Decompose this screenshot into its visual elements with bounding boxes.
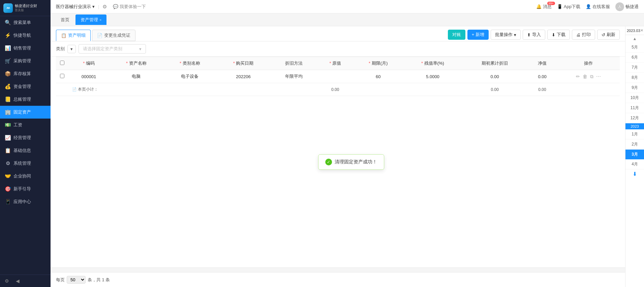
timeline-month-1月[interactable]: 1月 bbox=[625, 129, 644, 139]
header-category: 类别名称 bbox=[163, 57, 217, 70]
notifications-button[interactable]: 🔔 消息 99+ bbox=[536, 4, 552, 10]
timeline-month-5月[interactable]: 5月 bbox=[625, 42, 644, 53]
sidebar-item-finance[interactable]: 💰资金管理 bbox=[0, 80, 51, 93]
timeline-month-9月[interactable]: 9月 bbox=[625, 83, 644, 93]
download-icon: ⬇ bbox=[552, 32, 555, 37]
header-code: 编码 bbox=[68, 57, 110, 70]
per-page-select[interactable]: 50 10 20 100 bbox=[67, 276, 86, 284]
sidebar-item-quick-nav[interactable]: ⚡快捷导航 bbox=[0, 29, 51, 42]
timeline-close-icon[interactable]: ✕ bbox=[640, 28, 643, 33]
timeline-month-7月[interactable]: 7月 bbox=[625, 63, 644, 73]
timeline-scroll[interactable]: ▲ 5月6月7月8月9月10月11月12月20231月2月3月4月 ⬇ bbox=[625, 35, 644, 287]
sidebar-item-app-center[interactable]: 📱应用中心 bbox=[0, 195, 51, 208]
sidebar-item-management[interactable]: 📈经营管理 bbox=[0, 131, 51, 144]
logo-text: 畅捷通好业财 bbox=[15, 3, 37, 8]
header-accumulated-depreciation: 期初累计折旧 bbox=[462, 57, 528, 70]
category-filter-select[interactable]: ▾ bbox=[67, 45, 76, 53]
table-wrapper[interactable]: 编码 资产名称 类别名称 购买日期 折旧方法 原值 期限(月) 残值率(%) 期… bbox=[51, 57, 625, 267]
row-residual-rate: 5.0000 bbox=[403, 70, 462, 83]
horizontal-scrollbar[interactable] bbox=[51, 267, 625, 272]
sidebar-item-purchase[interactable]: 🛒采购管理 bbox=[0, 55, 51, 67]
timeline-month-8月[interactable]: 8月 bbox=[625, 73, 644, 83]
add-button[interactable]: + 新增 bbox=[467, 30, 489, 40]
timeline-months: 5月6月7月8月9月10月11月12月20231月2月3月4月 bbox=[625, 42, 644, 169]
sidebar-item-basic-info[interactable]: 📋基础信息 bbox=[0, 144, 51, 157]
topbar-settings-icon[interactable]: ⚙ bbox=[102, 4, 107, 10]
topbar: 医疗器械行业演示 ▾ | ⚙ 💬 我要体验一下 🔔 消息 99+ 📱 App下载… bbox=[51, 0, 644, 13]
sidebar-item-sales[interactable]: 📊销售管理 bbox=[0, 42, 51, 55]
tab-home[interactable]: 首页 bbox=[56, 15, 74, 25]
timeline-header: 2023.03 ✕ ⤢ bbox=[625, 26, 644, 35]
subtab-asset-detail[interactable]: 📋 资产明细 bbox=[56, 30, 91, 41]
content-panel: 📋 资产明细 📄 变更生成凭证 对账 + 新增 批量操作 ▾ ⬆ bbox=[51, 26, 625, 287]
reconcile-button[interactable]: 对账 bbox=[448, 30, 465, 40]
timeline-month-2月[interactable]: 2月 bbox=[625, 139, 644, 150]
timeline-month-10月[interactable]: 10月 bbox=[625, 93, 644, 103]
category-filter-input[interactable]: 请选择固定资产类别 ▾ bbox=[79, 44, 146, 54]
timeline-month-4月[interactable]: 4月 bbox=[625, 159, 644, 169]
sidebar-item-cooperation[interactable]: 🤝企业协同 bbox=[0, 170, 51, 183]
nav-down-icon[interactable]: ⬇ bbox=[633, 171, 637, 177]
online-service-button[interactable]: 👤 在线客服 bbox=[586, 4, 610, 10]
sidebar-item-payroll[interactable]: 💵工资 bbox=[0, 119, 51, 131]
company-name: 医疗器械行业演示 bbox=[56, 4, 91, 10]
company-selector[interactable]: 医疗器械行业演示 ▾ bbox=[56, 4, 95, 10]
header-depreciation-method: 折旧方法 bbox=[270, 57, 317, 70]
app-download-button[interactable]: 📱 App下载 bbox=[557, 4, 580, 10]
pagination: 每页 50 10 20 100 条，共 1 条 bbox=[51, 272, 625, 287]
sidebar-label-purchase: 采购管理 bbox=[13, 58, 31, 64]
refresh-button[interactable]: ↺ 刷新 bbox=[597, 30, 620, 40]
sidebar-item-search[interactable]: 🔍搜索菜单 bbox=[0, 16, 51, 29]
more-icon[interactable]: ⋯ bbox=[596, 74, 601, 79]
print-button[interactable]: 🖨 打印 bbox=[572, 30, 595, 40]
download-button[interactable]: ⬇ 下载 bbox=[547, 30, 570, 40]
sidebar-nav: 🔍搜索菜单⚡快捷导航📊销售管理🛒采购管理📦库存核算💰资金管理📒总账管理🏢固定资产… bbox=[0, 16, 51, 275]
subtab-voucher[interactable]: 📄 变更生成凭证 bbox=[92, 30, 135, 41]
service-icon: 👤 bbox=[586, 4, 591, 9]
select-all-checkbox[interactable] bbox=[60, 61, 64, 65]
timeline-month-3月[interactable]: 3月 bbox=[625, 150, 644, 159]
timeline-month-11月[interactable]: 11月 bbox=[625, 103, 644, 113]
success-toast: ✓ 清理固定资产成功！ bbox=[318, 154, 384, 170]
tab-close-icon[interactable]: × bbox=[99, 18, 101, 22]
import-button[interactable]: ⬆ 导入 bbox=[523, 30, 545, 40]
delete-icon[interactable]: 🗑 bbox=[583, 74, 587, 79]
settings-icon[interactable]: ⚙ bbox=[5, 278, 9, 284]
finance-icon: 💰 bbox=[5, 84, 11, 90]
sidebar-item-system[interactable]: ⚙系统管理 bbox=[0, 157, 51, 170]
row-period: 60 bbox=[353, 70, 403, 83]
sidebar-item-ledger[interactable]: 📒总账管理 bbox=[0, 93, 51, 106]
experience-button[interactable]: 💬 我要体验一下 bbox=[113, 4, 146, 10]
nav-up-icon[interactable]: ▲ bbox=[633, 36, 637, 41]
edit-icon[interactable]: ✏ bbox=[576, 74, 580, 79]
sidebar-item-guide[interactable]: 🎯新手引导 bbox=[0, 183, 51, 195]
tab-asset-management[interactable]: 资产管理 × bbox=[75, 14, 106, 25]
sidebar-label-fixed-assets: 固定资产 bbox=[13, 109, 31, 115]
home-tab-label: 首页 bbox=[61, 17, 69, 23]
collapse-icon[interactable]: ◀ bbox=[16, 278, 20, 284]
row-name: 电脑 bbox=[110, 70, 163, 83]
sidebar-label-guide: 新手引导 bbox=[13, 186, 31, 192]
topbar-right: 🔔 消息 99+ 📱 App下载 👤 在线客服 人 畅捷通 bbox=[536, 2, 639, 11]
table-body: 000001 电脑 电子设备 202206 年限平均 60 5.0000 0.0… bbox=[56, 70, 620, 96]
timeline-month-12月[interactable]: 12月 bbox=[625, 113, 644, 123]
dropdown-icon: ▾ bbox=[92, 4, 95, 9]
payroll-icon: 💵 bbox=[5, 122, 11, 128]
timeline-month-6月[interactable]: 6月 bbox=[625, 53, 644, 63]
header-checkbox-cell[interactable] bbox=[56, 57, 68, 70]
subtotal-net: 0.00 bbox=[528, 83, 557, 96]
app-center-icon: 📱 bbox=[5, 199, 11, 205]
copy-icon[interactable]: ⧉ bbox=[590, 74, 593, 79]
user-menu[interactable]: 人 畅捷通 bbox=[615, 2, 639, 11]
purchase-icon: 🛒 bbox=[5, 58, 11, 64]
row-checkbox[interactable] bbox=[60, 74, 64, 78]
timeline-year-2023: 2023 bbox=[625, 123, 644, 129]
sidebar-item-inventory[interactable]: 📦库存核算 bbox=[0, 67, 51, 80]
guide-icon: 🎯 bbox=[5, 186, 11, 192]
row-checkbox-cell[interactable] bbox=[56, 70, 68, 83]
batch-button[interactable]: 批量操作 ▾ bbox=[491, 30, 521, 40]
table-header-row: 编码 资产名称 类别名称 购买日期 折旧方法 原值 期限(月) 残值率(%) 期… bbox=[56, 57, 620, 70]
sidebar-item-fixed-assets[interactable]: 🏢固定资产 bbox=[0, 106, 51, 119]
sidebar-logo: AtA 畅捷通好业财 普及版 bbox=[0, 0, 51, 16]
bell-icon: 🔔 bbox=[536, 4, 542, 9]
